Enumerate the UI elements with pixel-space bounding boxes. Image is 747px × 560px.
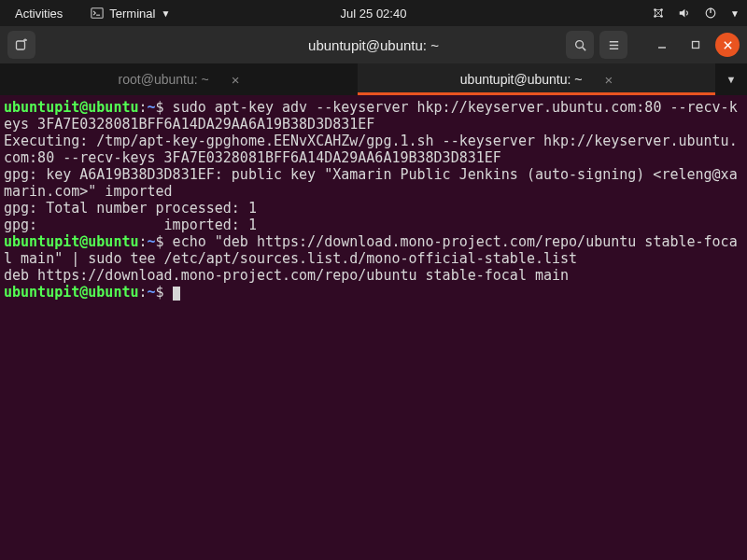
chevron-down-icon: ▼ bbox=[726, 74, 737, 85]
new-tab-button[interactable] bbox=[7, 31, 35, 59]
appmenu-label: Terminal bbox=[109, 7, 155, 21]
search-button[interactable] bbox=[566, 31, 594, 59]
minimize-button[interactable] bbox=[648, 31, 676, 59]
tab-label: root@ubuntu: ~ bbox=[119, 72, 209, 87]
svg-line-12 bbox=[582, 47, 585, 50]
appmenu-button[interactable]: Terminal ▼ bbox=[83, 3, 177, 24]
power-icon bbox=[704, 7, 717, 20]
tab-menu-button[interactable]: ▼ bbox=[715, 63, 747, 95]
tab-label: ubuntupit@ubuntu: ~ bbox=[460, 72, 583, 87]
svg-rect-8 bbox=[17, 41, 25, 49]
svg-point-11 bbox=[575, 40, 583, 48]
maximize-button[interactable] bbox=[682, 31, 710, 59]
status-area[interactable]: ▼ bbox=[652, 7, 740, 20]
network-icon bbox=[652, 7, 665, 20]
tab-root[interactable]: root@ubuntu: ~ × bbox=[0, 63, 358, 95]
volume-icon bbox=[678, 7, 691, 20]
gnome-top-bar: Activities Terminal ▼ Jul 25 02:40 ▼ bbox=[0, 0, 747, 26]
svg-rect-17 bbox=[693, 42, 699, 49]
tab-strip: root@ubuntu: ~ × ubuntupit@ubuntu: ~ × ▼ bbox=[0, 63, 747, 95]
chevron-down-icon: ▼ bbox=[161, 8, 170, 19]
activities-button[interactable]: Activities bbox=[7, 3, 70, 24]
close-button[interactable] bbox=[715, 33, 740, 57]
close-icon[interactable]: × bbox=[604, 72, 613, 88]
window-header: ubuntupit@ubuntu: ~ bbox=[0, 26, 747, 63]
close-icon[interactable]: × bbox=[232, 72, 240, 88]
clock[interactable]: Jul 25 02:40 bbox=[341, 7, 407, 21]
window-title: ubuntupit@ubuntu: ~ bbox=[308, 37, 439, 53]
tab-ubuntupit[interactable]: ubuntupit@ubuntu: ~ × bbox=[358, 63, 715, 95]
menu-button[interactable] bbox=[599, 31, 627, 59]
terminal-output[interactable]: ubuntupit@ubuntu:~$ sudo apt-key adv --k… bbox=[0, 95, 747, 560]
terminal-icon bbox=[91, 7, 104, 20]
svg-rect-0 bbox=[92, 8, 103, 19]
chevron-down-icon: ▼ bbox=[730, 8, 740, 19]
cursor bbox=[173, 287, 180, 301]
